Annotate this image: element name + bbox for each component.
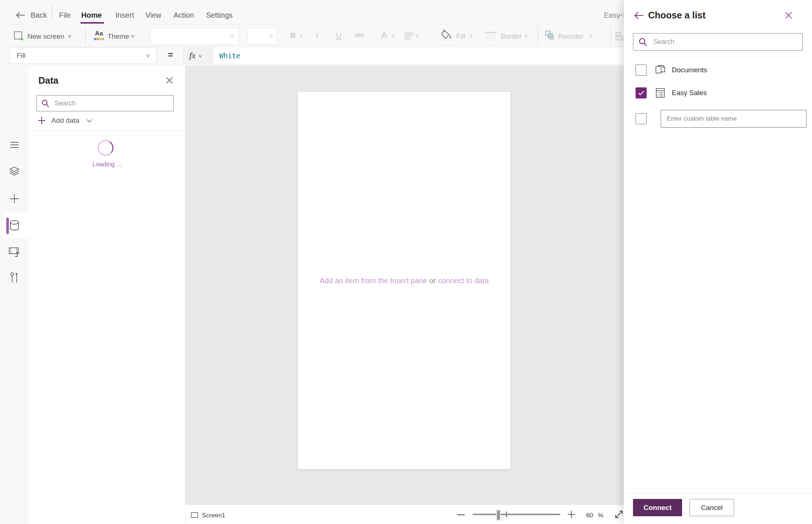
list-item-easy-sales[interactable]: Easy Sales [636, 87, 707, 99]
easy-sales-checkbox[interactable] [636, 87, 647, 98]
font-color-chevron-icon: ∨ [390, 33, 395, 39]
data-panel-close-icon[interactable] [166, 77, 173, 84]
list-icon [656, 88, 665, 98]
fill-bucket-icon[interactable] [441, 29, 452, 41]
border-icon[interactable] [485, 32, 496, 41]
menu-insert[interactable]: Insert [116, 11, 134, 20]
list-item-custom[interactable] [636, 110, 806, 128]
cancel-button[interactable]: Cancel [689, 499, 734, 516]
new-screen-button[interactable]: New screen [27, 32, 64, 41]
layers-icon [9, 167, 20, 176]
rail-tree-view-button[interactable] [0, 160, 28, 183]
formula-input[interactable]: White [213, 48, 625, 64]
panel-search-icon [639, 38, 647, 46]
app-title: Easy-S [604, 11, 625, 20]
panel-footer-divider [624, 493, 812, 494]
data-panel-divider [28, 131, 186, 131]
new-screen-chevron-icon[interactable]: ∨ [67, 33, 72, 39]
strikethrough-button[interactable]: abc [355, 32, 365, 38]
rail-insert-button[interactable] [0, 187, 28, 211]
reorder-chevron-icon: ∨ [588, 33, 593, 39]
checkmark-icon [638, 90, 644, 96]
equals-sign: = [168, 50, 173, 60]
border-button[interactable]: Border [501, 32, 522, 41]
connect-button[interactable]: Connect [633, 499, 682, 516]
database-icon [9, 220, 20, 231]
text-align-chevron-icon: ∨ [415, 33, 420, 39]
data-panel-title: Data [38, 75, 58, 86]
italic-button[interactable]: I [316, 31, 318, 40]
insert-pane-link[interactable]: Add an item from the Insert pane [320, 277, 427, 285]
font-family-chevron-icon: ∨ [230, 33, 235, 39]
rail-data-button[interactable] [0, 214, 28, 237]
panel-back-icon[interactable] [634, 11, 644, 20]
panel-close-icon[interactable] [785, 11, 792, 19]
back-button[interactable]: Back [31, 11, 47, 20]
property-dropdown[interactable]: Fill ∨ [10, 48, 156, 64]
menu-action[interactable]: Action [173, 11, 194, 20]
zoom-slider-track[interactable] [472, 514, 560, 515]
menu-view[interactable]: View [145, 11, 161, 20]
text-align-icon[interactable] [404, 32, 414, 40]
zoom-in-icon[interactable] [568, 511, 575, 518]
underline-button[interactable]: U [336, 31, 341, 40]
custom-table-input[interactable] [666, 115, 801, 123]
menu-divider [52, 4, 52, 20]
data-panel: Data Add data Loading ... [28, 66, 186, 524]
list-item-documents[interactable]: Documents [636, 64, 707, 76]
bold-button[interactable]: B [290, 31, 296, 40]
font-size-chevron-icon: ∨ [269, 33, 274, 39]
hint-or-text: or [429, 277, 436, 285]
documents-checkbox[interactable] [636, 65, 647, 76]
connect-to-data-link[interactable]: connect to data [438, 277, 489, 285]
loading-label: Loading ... [28, 161, 186, 168]
fx-button[interactable]: fx ∨ [183, 48, 213, 64]
bold-chevron-icon: ∨ [299, 33, 304, 39]
toolbar-divider-3 [611, 28, 611, 44]
custom-checkbox[interactable] [636, 113, 647, 124]
back-arrow-icon[interactable] [16, 11, 25, 19]
fx-label: fx [189, 51, 196, 60]
align-icon[interactable] [616, 32, 624, 41]
media-icon [9, 247, 20, 257]
zoom-slider-thumb[interactable] [496, 510, 501, 521]
rail-menu-button[interactable] [0, 133, 28, 157]
fx-chevron-icon: ∨ [198, 53, 203, 59]
rail-media-button[interactable] [0, 240, 28, 264]
font-size-dropdown[interactable]: ∨ [247, 28, 277, 45]
rail-advanced-tools-button[interactable] [0, 266, 28, 289]
fill-button[interactable]: Fill [456, 32, 465, 41]
fill-color-swatch [440, 41, 453, 44]
add-data-button[interactable]: Add data [38, 117, 92, 125]
font-color-button[interactable]: A [381, 30, 387, 41]
status-bar: Screen1 60 % [186, 504, 624, 524]
custom-table-input-box[interactable] [661, 110, 806, 128]
panel-search-box[interactable] [633, 33, 803, 51]
formula-value: White [219, 52, 240, 60]
theme-icon: Aa [93, 30, 104, 40]
hamburger-icon [10, 142, 19, 148]
zoom-slider-tick [506, 511, 507, 517]
data-search-box[interactable] [37, 95, 174, 111]
fit-to-window-icon[interactable] [614, 510, 624, 519]
data-search-input[interactable] [54, 99, 169, 108]
empty-screen-hint: Add an item from the Insert paneorconnec… [298, 277, 510, 285]
zoom-out-icon[interactable] [457, 514, 465, 516]
reorder-button[interactable]: Reorder [558, 32, 584, 41]
menu-home[interactable]: Home [81, 11, 102, 20]
left-rail [0, 66, 28, 524]
property-chevron-icon: ∨ [146, 53, 151, 58]
panel-search-input[interactable] [653, 38, 797, 46]
choose-list-panel: Choose a list Documents Easy Sales Conne… [624, 0, 812, 524]
toolbar-divider-2 [538, 28, 538, 44]
new-screen-icon [13, 31, 24, 42]
panel-divider [633, 56, 803, 56]
reorder-icon[interactable] [545, 30, 555, 41]
theme-chevron-icon[interactable]: ∨ [130, 33, 135, 39]
theme-button[interactable]: Theme [107, 32, 129, 41]
screen-name-label[interactable]: Screen1 [202, 512, 225, 519]
menu-file[interactable]: File [59, 11, 71, 20]
font-family-dropdown[interactable]: ∨ [150, 28, 239, 45]
screen-thumb-icon [191, 512, 198, 518]
menu-settings[interactable]: Settings [206, 11, 233, 20]
